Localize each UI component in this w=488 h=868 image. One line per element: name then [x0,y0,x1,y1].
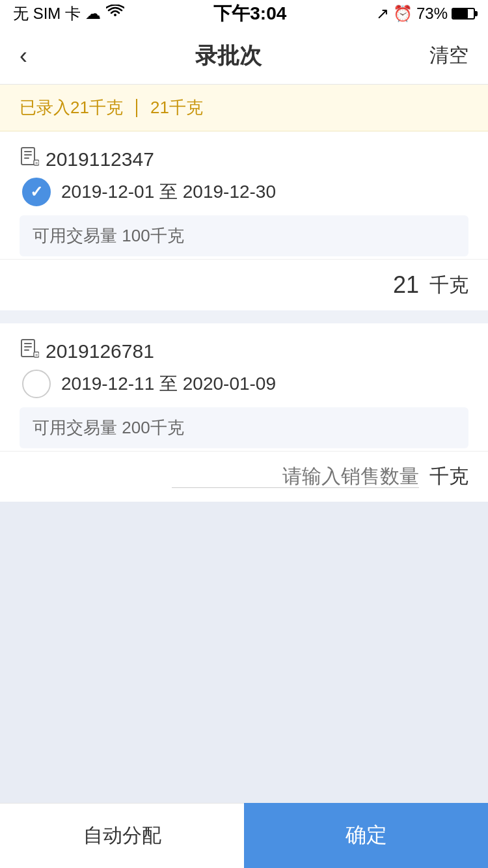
recorded-label: 已录入21千克 [20,96,123,119]
qty-row-1: 21 千克 [0,259,488,310]
status-left: 无 SIM 卡 ☁ [13,3,124,24]
nav-bar: ‹ 录批次 清空 [0,27,488,85]
svg-rect-7 [24,343,32,344]
batch-date-2: 2019-12-11 至 2020-01-09 [61,372,276,396]
svg-rect-3 [24,157,29,159]
alarm-icon: ⏰ [393,5,413,23]
info-value: 21千克 [150,96,203,119]
svg-rect-1 [24,151,32,152]
section-separator [0,310,488,323]
status-time: 下午3:04 [213,1,286,26]
qty-input-2[interactable] [172,465,419,488]
svg-rect-8 [24,346,32,347]
location-icon: ↗ [376,5,389,23]
svg-text:≡: ≡ [35,353,38,357]
batch-row-1[interactable]: 2019-12-01 至 2019-12-30 [20,178,468,206]
wifi-icon [106,5,124,23]
avail-box-1: 可用交易量 100千克 [20,215,468,256]
radio-checked-1[interactable] [22,178,51,206]
battery-percent: 73% [416,5,448,23]
status-bar: 无 SIM 卡 ☁ 下午3:04 ↗ ⏰ 73% [0,0,488,27]
page-title: 录批次 [195,41,262,71]
batch-row-2[interactable]: 2019-12-11 至 2020-01-09 [20,370,468,398]
back-button[interactable]: ‹ [20,42,27,70]
status-right: ↗ ⏰ 73% [376,5,475,23]
battery-icon [452,8,475,20]
qty-input-container-2[interactable]: 千克 [0,451,488,502]
info-bar: 已录入21千克 21千克 [0,85,488,131]
no-sim-label: 无 SIM 卡 ☁ [13,3,101,24]
batch-id-1: 2019112347 [46,148,154,170]
info-divider [136,99,137,117]
avail-box-2: 可用交易量 200千克 [20,407,468,448]
batch-doc-icon-1: ≡ [20,147,39,171]
bottom-bar: 自动分配 确定 [0,803,488,868]
auto-distribute-button[interactable]: 自动分配 [0,803,244,868]
svg-rect-9 [24,349,29,351]
batch-doc-icon-2: ≡ [20,339,39,363]
qty-value-1: 21 [393,271,419,299]
batch-id-2: 2019126781 [46,340,154,362]
svg-text:≡: ≡ [35,161,38,165]
svg-rect-2 [24,154,32,156]
qty-unit-2: 千克 [429,463,468,490]
qty-unit-1: 千克 [429,272,468,299]
svg-rect-6 [21,340,34,357]
batch-header-1: ≡ 2019112347 [20,147,468,171]
batch-header-2: ≡ 2019126781 [20,339,468,363]
batch-card-2: ≡ 2019126781 2019-12-11 至 2020-01-09 可用交… [0,323,488,451]
confirm-button[interactable]: 确定 [244,803,488,868]
batch-card-1: ≡ 2019112347 2019-12-01 至 2019-12-30 可用交… [0,131,488,259]
clear-button[interactable]: 清空 [429,42,468,69]
svg-rect-0 [21,148,34,165]
content-wrapper: ≡ 2019112347 2019-12-01 至 2019-12-30 可用交… [0,131,488,868]
radio-unchecked-2[interactable] [22,370,51,398]
batch-date-1: 2019-12-01 至 2019-12-30 [61,180,276,204]
